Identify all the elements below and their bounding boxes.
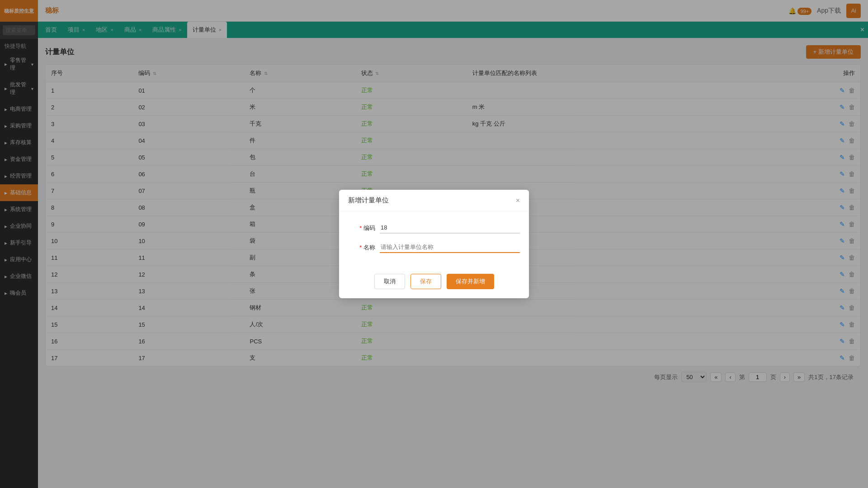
- save-button[interactable]: 保存: [410, 274, 441, 289]
- code-label: * 编码: [348, 224, 375, 232]
- modal-title: 新增计量单位: [348, 196, 389, 205]
- save-and-new-button[interactable]: 保存并新增: [447, 274, 494, 289]
- modal-footer: 取消 保存 保存并新增: [339, 268, 529, 298]
- modal-body: * 编码 * 名称: [339, 211, 529, 268]
- modal-header: 新增计量单位 ×: [339, 190, 529, 211]
- name-input[interactable]: [380, 242, 520, 253]
- modal-close-button[interactable]: ×: [516, 197, 520, 205]
- form-row-name: * 名称: [348, 242, 520, 253]
- code-input[interactable]: [380, 222, 520, 234]
- form-row-code: * 编码: [348, 222, 520, 234]
- cancel-button[interactable]: 取消: [374, 274, 405, 289]
- modal-overlay[interactable]: 新增计量单位 × * 编码 * 名称 取消 保存 保存并新增: [0, 0, 868, 488]
- name-label: * 名称: [348, 244, 375, 252]
- add-unit-modal: 新增计量单位 × * 编码 * 名称 取消 保存 保存并新增: [339, 190, 529, 298]
